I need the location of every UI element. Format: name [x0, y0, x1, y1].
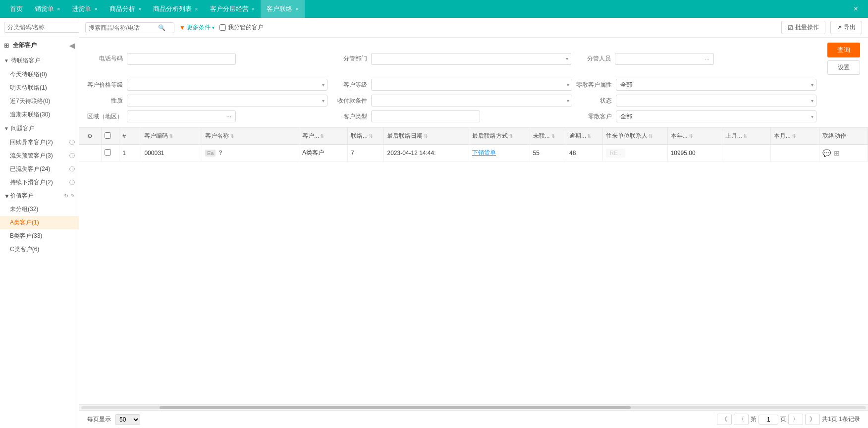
sidebar-item-churn-warning[interactable]: 流失预警客户(3) ⓘ: [0, 149, 79, 162]
search-icon[interactable]: 🔍: [158, 24, 165, 31]
phone-input[interactable]: [127, 53, 236, 65]
sort-unit-contact-icon[interactable]: ⇅: [649, 133, 652, 139]
sidebar-item-class-b[interactable]: B类客户(33): [0, 229, 79, 243]
td-overdue: 48: [566, 145, 603, 161]
last-method-link[interactable]: 下销货单: [472, 149, 496, 156]
customer-level-select[interactable]: [371, 79, 572, 91]
sort-code-icon[interactable]: ⇅: [169, 133, 173, 139]
td-this-month: [770, 145, 819, 161]
row-checkbox[interactable]: [105, 149, 111, 156]
query-button[interactable]: 查询: [827, 43, 860, 57]
horizontal-scrollbar[interactable]: [79, 404, 868, 410]
filter-price-level: 客户价格等级 ▾: [87, 79, 327, 91]
region-more-icon[interactable]: ···: [226, 113, 231, 120]
th-last-month: 上月... ⇅: [722, 128, 770, 145]
refresh-icon[interactable]: ↻: [64, 193, 68, 199]
retail-customer-select[interactable]: 全部: [616, 110, 816, 122]
more-filters-button[interactable]: ▼ 更多条件 ▾: [179, 23, 215, 32]
nav-home[interactable]: 首页: [4, 0, 29, 18]
td-gear: [79, 145, 101, 161]
th-name: 客户名称 ⇅: [202, 128, 299, 145]
nav-product-analysis[interactable]: 商品分析 ×: [104, 0, 147, 18]
export-button[interactable]: ↗ 导出: [830, 21, 862, 34]
sidebar-item-class-c[interactable]: C类客户(6): [0, 243, 79, 256]
close-customer-contact-icon[interactable]: ×: [295, 6, 298, 12]
sidebar-item-repurchase-anomaly[interactable]: 回购异常客户(2) ⓘ: [0, 136, 79, 149]
sort-last-method-icon[interactable]: ⇅: [509, 133, 513, 139]
nav-customer-segment[interactable]: 客户分层经营 ×: [204, 0, 261, 18]
sidebar-item-overdue-contact[interactable]: 逾期未联络(30): [0, 108, 79, 121]
customer-type-input[interactable]: [371, 110, 480, 122]
retail-attr-select[interactable]: 全部: [616, 79, 816, 91]
sidebar-search-input[interactable]: [4, 22, 85, 33]
sidebar-item-today-contact[interactable]: 今天待联络(0): [0, 68, 79, 81]
settings-button[interactable]: 设置: [827, 60, 860, 75]
search-input[interactable]: [89, 24, 158, 31]
sidebar-collapse-icon[interactable]: ◀: [69, 42, 75, 50]
close-customer-segment-icon[interactable]: ×: [252, 6, 255, 12]
sort-no-contact-icon[interactable]: ⇅: [551, 133, 555, 139]
filter-row-1: 电话号码 分管部门 ▾ 分管人员 ···: [87, 43, 860, 75]
sidebar-group-problem-customers[interactable]: ▼ 问题客户: [0, 121, 79, 136]
status-select[interactable]: [616, 95, 816, 107]
th-this-month: 本月... ⇅: [770, 128, 819, 145]
gear-icon[interactable]: ⚙: [82, 133, 98, 140]
last-page-button[interactable]: 》: [805, 414, 820, 425]
my-customers-checkbox[interactable]: 我分管的客户: [219, 23, 264, 32]
department-select[interactable]: [371, 53, 572, 65]
close-purchase-order-icon[interactable]: ×: [94, 6, 97, 12]
sidebar-item-tomorrow-contact[interactable]: 明天待联络(1): [0, 81, 79, 95]
more-dots-icon[interactable]: ···: [705, 55, 709, 62]
scrollbar-track: [81, 406, 866, 409]
filter-actions: 查询 设置: [827, 43, 860, 75]
close-product-analysis-list-icon[interactable]: ×: [195, 6, 198, 12]
td-unit-contact: RE .: [602, 145, 667, 161]
sidebar-item-declining[interactable]: 持续下滑客户(2) ⓘ: [0, 176, 79, 189]
sidebar-item-class-a[interactable]: A类客户(1): [0, 216, 79, 229]
nav-customer-contact[interactable]: 客户联络 ×: [261, 0, 304, 18]
next-page-button[interactable]: 〉: [788, 414, 803, 425]
sidebar-all-customers[interactable]: ⊞ 全部客户 ◀: [0, 37, 79, 54]
sort-contact-icon[interactable]: ⇅: [369, 133, 373, 139]
payment-terms-select[interactable]: [371, 95, 572, 107]
sidebar-group-value-customers[interactable]: ▼ 价值客户 ↻ ✎: [0, 189, 79, 203]
sidebar-item-ungrouped[interactable]: 未分组(32): [0, 203, 79, 216]
price-level-select[interactable]: [127, 79, 327, 91]
scrollbar-thumb[interactable]: [160, 406, 630, 409]
chat-icon[interactable]: 💬: [822, 149, 831, 157]
first-page-button[interactable]: 《: [717, 414, 732, 425]
close-sales-order-icon[interactable]: ×: [57, 6, 60, 12]
sidebar-item-churned[interactable]: 已流失客户(24) ⓘ: [0, 162, 79, 176]
page-size-select[interactable]: 20 50 100 200: [115, 414, 140, 425]
td-name: Ea ？: [202, 145, 299, 161]
sort-last-month-icon[interactable]: ⇅: [743, 133, 747, 139]
select-all-checkbox[interactable]: [105, 132, 111, 139]
sort-type-icon[interactable]: ⇅: [320, 133, 324, 139]
close-product-analysis-icon[interactable]: ×: [138, 6, 141, 12]
batch-operation-button[interactable]: ☑ 批量操作: [781, 21, 825, 34]
bottom-pagination-bar: 每页显示 20 50 100 200 《 〈 第 页 〉 》 共1页 1条记录: [79, 410, 868, 428]
edit-group-icon[interactable]: ✎: [70, 193, 75, 199]
my-customers-check[interactable]: [219, 24, 226, 31]
nature-select[interactable]: [127, 95, 327, 107]
nav-purchase-order[interactable]: 进货单 ×: [66, 0, 103, 18]
name-badge: Ea: [205, 150, 216, 157]
sort-name-icon[interactable]: ⇅: [230, 133, 234, 139]
sidebar-group-pending-contact[interactable]: ▼ 待联络客户: [0, 54, 79, 68]
prev-page-button[interactable]: 〈: [734, 414, 749, 425]
sort-this-month-icon[interactable]: ⇅: [792, 133, 796, 139]
page-number-input[interactable]: [759, 415, 778, 425]
nav-product-analysis-list[interactable]: 商品分析列表 ×: [147, 0, 204, 18]
filter-customer-level: 客户等级 ▾: [331, 79, 572, 91]
qr-icon[interactable]: ⊞: [834, 149, 840, 157]
filter-customer-type: 客户类型: [331, 110, 572, 122]
window-close-button[interactable]: ×: [848, 0, 864, 18]
sort-last-date-icon[interactable]: ⇅: [424, 133, 428, 139]
chevron-down-icon: ▾: [212, 25, 215, 30]
sort-this-year-icon[interactable]: ⇅: [689, 133, 693, 139]
td-code: 000031: [141, 145, 202, 161]
nav-sales-order[interactable]: 销货单 ×: [29, 0, 66, 18]
sidebar-item-7day-contact[interactable]: 近7天待联络(0): [0, 95, 79, 108]
sort-overdue-icon[interactable]: ⇅: [587, 133, 591, 139]
th-last-method: 最后联络方式 ⇅: [469, 128, 530, 145]
